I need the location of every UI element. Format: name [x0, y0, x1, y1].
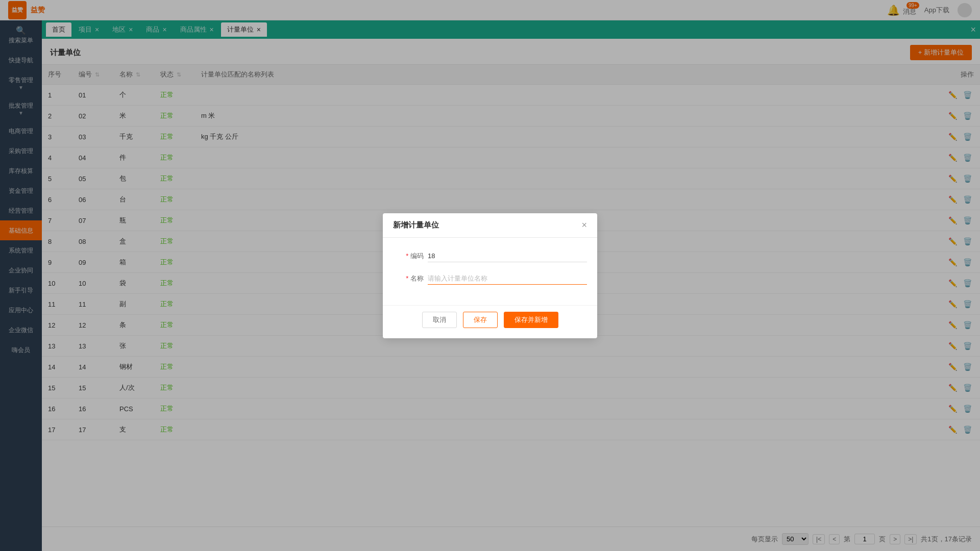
modal-title: 新增计量单位	[393, 220, 439, 230]
modal-body: * 编码 * 名称	[383, 238, 597, 305]
add-unit-modal: 新增计量单位 × * 编码 * 名称 取消 保存 保存并新增	[383, 213, 597, 338]
modal-close-button[interactable]: ×	[581, 220, 587, 230]
required-star-name: *	[406, 274, 408, 282]
cancel-button[interactable]: 取消	[422, 312, 457, 328]
name-label-text: 名称	[410, 274, 424, 282]
form-label-code: * 编码	[393, 252, 424, 261]
code-input[interactable]	[428, 250, 587, 262]
form-row-name: * 名称	[393, 272, 587, 285]
modal-header: 新增计量单位 ×	[383, 213, 597, 238]
form-row-code: * 编码	[393, 250, 587, 262]
required-star-code: *	[406, 252, 408, 260]
save-and-new-button[interactable]: 保存并新增	[504, 312, 558, 328]
modal-footer: 取消 保存 保存并新增	[383, 305, 597, 338]
form-label-name: * 名称	[393, 274, 424, 283]
modal-overlay[interactable]: 新增计量单位 × * 编码 * 名称 取消 保存 保存并新增	[0, 0, 980, 551]
code-label-text: 编码	[410, 252, 424, 260]
name-input[interactable]	[428, 272, 587, 285]
save-button[interactable]: 保存	[463, 312, 498, 328]
